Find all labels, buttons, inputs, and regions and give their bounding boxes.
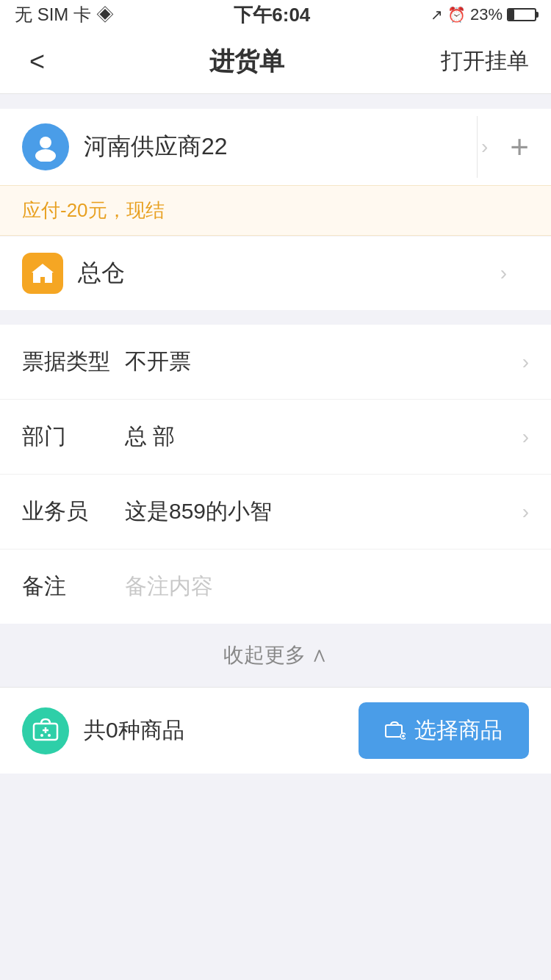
notice-banner: 应付-20元，现结 xyxy=(0,185,551,236)
collapse-label: 收起更多 ∧ xyxy=(223,641,328,669)
sales-label: 业务员 xyxy=(22,497,110,527)
select-cart-icon xyxy=(385,721,406,741)
supplier-row[interactable]: 河南供应商22 › + xyxy=(0,109,551,185)
status-right: ↗ ⏰ 23% xyxy=(431,5,536,24)
open-pending-button[interactable]: 打开挂单 xyxy=(441,46,529,76)
add-button[interactable]: + xyxy=(510,129,529,165)
invoice-label: 票据类型 xyxy=(22,347,110,377)
svg-rect-8 xyxy=(386,725,402,737)
svg-point-0 xyxy=(40,137,51,148)
warehouse-chevron-icon: › xyxy=(500,262,507,285)
signal-text: 无 SIM 卡 ◈ xyxy=(15,3,114,26)
status-bar: 无 SIM 卡 ◈ 下午6:04 ↗ ⏰ 23% xyxy=(0,0,551,29)
dept-label: 部门 xyxy=(22,422,110,452)
battery-icon xyxy=(507,8,536,21)
invoice-row[interactable]: 票据类型 不开票 › xyxy=(0,325,551,400)
svg-marker-2 xyxy=(32,264,54,283)
remark-row[interactable]: 备注 备注内容 xyxy=(0,550,551,624)
section-gap-1 xyxy=(0,94,551,109)
supplier-card: 河南供应商22 › + 应付-20元，现结 总仓 › xyxy=(0,109,551,310)
invoice-chevron-icon: › xyxy=(522,350,529,374)
sales-row[interactable]: 业务员 这是859的小智 › xyxy=(0,475,551,550)
supplier-divider xyxy=(477,116,478,178)
location-icon: ↗ xyxy=(431,6,443,24)
dept-chevron-icon: › xyxy=(522,425,529,449)
supplier-avatar xyxy=(22,123,69,170)
back-button[interactable]: < xyxy=(22,39,52,84)
page-title: 进货单 xyxy=(209,45,284,79)
select-product-button[interactable]: 选择商品 xyxy=(359,702,529,759)
form-section: 票据类型 不开票 › 部门 总 部 › 业务员 这是859的小智 › 备注 备注… xyxy=(0,325,551,624)
warehouse-icon-wrap xyxy=(22,253,63,294)
invoice-value: 不开票 xyxy=(110,347,515,377)
notice-text: 应付-20元，现结 xyxy=(22,199,165,221)
product-count: 共0种商品 xyxy=(84,716,359,746)
product-icon-wrap xyxy=(22,707,69,754)
status-time: 下午6:04 xyxy=(234,2,310,28)
supplier-name: 河南供应商22 xyxy=(84,131,481,163)
sales-value: 这是859的小智 xyxy=(110,497,515,527)
page-background xyxy=(0,774,551,980)
bottom-bar: 共0种商品 选择商品 xyxy=(0,687,551,774)
remark-input[interactable]: 备注内容 xyxy=(110,572,529,602)
house-icon xyxy=(30,261,55,286)
select-product-label: 选择商品 xyxy=(414,716,503,746)
alarm-icon: ⏰ xyxy=(447,6,466,24)
sales-chevron-icon: › xyxy=(522,500,529,524)
svg-point-4 xyxy=(40,734,43,737)
warehouse-name: 总仓 xyxy=(78,257,500,289)
cart-icon xyxy=(32,718,59,744)
supplier-chevron-icon: › xyxy=(481,135,488,159)
nav-bar: < 进货单 打开挂单 xyxy=(0,29,551,94)
dept-row[interactable]: 部门 总 部 › xyxy=(0,400,551,475)
dept-value: 总 部 xyxy=(110,422,515,452)
warehouse-row[interactable]: 总仓 › xyxy=(0,236,551,310)
battery-percent: 23% xyxy=(470,5,503,24)
person-icon xyxy=(31,132,60,162)
remark-label: 备注 xyxy=(22,572,110,602)
collapse-toggle[interactable]: 收起更多 ∧ xyxy=(0,624,551,687)
svg-point-5 xyxy=(48,734,51,737)
svg-point-1 xyxy=(35,149,56,162)
status-left: 无 SIM 卡 ◈ xyxy=(15,3,114,26)
